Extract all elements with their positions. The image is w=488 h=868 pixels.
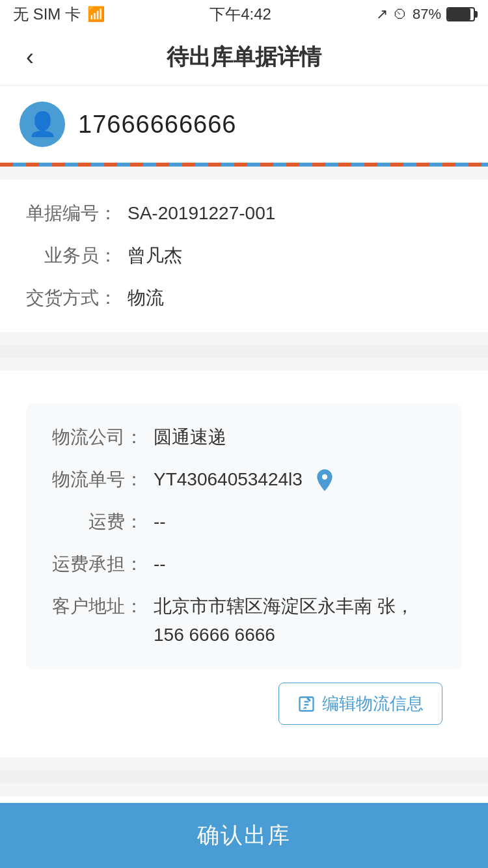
confirm-btn-container: 确认出库: [0, 803, 488, 868]
decorative-line: [0, 163, 488, 167]
edit-icon: [297, 695, 316, 713]
alarm-icon: ⏲: [393, 6, 407, 23]
divider-1: [0, 345, 488, 358]
freight-payer-row: 运费承担： --: [52, 550, 436, 579]
address-label: 客户地址：: [52, 592, 143, 651]
tracking-number-label: 物流单号：: [52, 465, 143, 495]
tracking-number-value: YT43064053424l3: [154, 465, 436, 495]
location-icon[interactable]: [312, 467, 338, 493]
freight-value: --: [154, 508, 436, 537]
page-title: 待出库单据详情: [167, 42, 321, 72]
logistics-company-row: 物流公司： 圆通速递: [52, 423, 436, 452]
nav-bar: ‹ 待出库单据详情: [0, 29, 488, 86]
delivery-method-label: 交货方式：: [26, 284, 117, 313]
sales-person-label: 业务员：: [26, 241, 117, 271]
back-button[interactable]: ‹: [20, 37, 40, 77]
address-value: 北京市市辖区海淀区永丰南 张，156 6666 6666: [154, 592, 436, 651]
delivery-method-value: 物流: [128, 284, 462, 313]
battery-icon: [446, 7, 475, 21]
customer-header: 👤 17666666666: [0, 86, 488, 163]
freight-label: 运费：: [52, 508, 143, 537]
tracking-number-row: 物流单号： YT43064053424l3: [52, 465, 436, 495]
sales-person-value: 曾凡杰: [128, 241, 462, 271]
edit-logistics-container: 编辑物流信息: [46, 683, 442, 725]
document-number-value: SA-20191227-001: [128, 199, 462, 228]
location-icon: ↗: [376, 6, 388, 23]
logistics-company-label: 物流公司：: [52, 423, 143, 452]
status-bar: 无 SIM 卡 📶 下午4:42 ↗ ⏲ 87%: [0, 0, 488, 29]
freight-payer-value: --: [154, 550, 436, 579]
status-left: 无 SIM 卡 📶: [13, 4, 105, 25]
document-number-row: 单据编号： SA-20191227-001: [26, 199, 462, 228]
freight-payer-label: 运费承担：: [52, 550, 143, 579]
battery-percent: 87%: [413, 6, 441, 23]
logistics-card: 物流公司： 圆通速递 物流单号： YT43064053424l3 运费： -- …: [26, 403, 462, 670]
customer-phone: 17666666666: [78, 111, 236, 139]
tracking-number-text: YT43064053424l3: [154, 465, 303, 495]
confirm-button[interactable]: 确认出库: [0, 803, 488, 868]
person-icon: 👤: [28, 111, 57, 138]
document-number-label: 单据编号：: [26, 199, 117, 228]
freight-row: 运费： --: [52, 508, 436, 537]
logistics-section: 物流公司： 圆通速递 物流单号： YT43064053424l3 运费： -- …: [0, 371, 488, 757]
address-row: 客户地址： 北京市市辖区海淀区永丰南 张，156 6666 6666: [52, 592, 436, 651]
sales-person-row: 业务员： 曾凡杰: [26, 241, 462, 271]
edit-logistics-label: 编辑物流信息: [322, 692, 424, 715]
status-time: 下午4:42: [210, 4, 271, 25]
wifi-icon: 📶: [87, 6, 105, 23]
customer-section: 👤 17666666666: [0, 86, 488, 167]
delivery-method-row: 交货方式： 物流: [26, 284, 462, 313]
status-right: ↗ ⏲ 87%: [376, 6, 475, 23]
carrier-label: 无 SIM 卡: [13, 4, 81, 25]
divider-2: [0, 770, 488, 783]
order-info-section: 单据编号： SA-20191227-001 业务员： 曾凡杰 交货方式： 物流: [0, 180, 488, 332]
logistics-company-value: 圆通速递: [154, 423, 436, 452]
avatar: 👤: [20, 102, 65, 147]
edit-logistics-button[interactable]: 编辑物流信息: [278, 683, 442, 725]
